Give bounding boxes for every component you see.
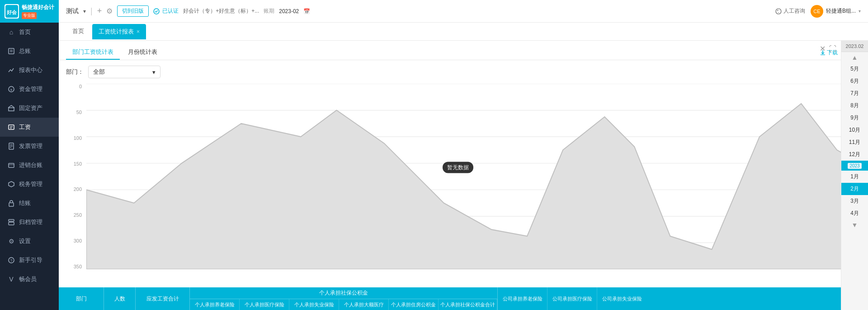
y-label-3: 200 [66,186,84,192]
date-month-7[interactable]: 7月 [841,87,868,100]
col-housing-fund: 个人承担住房公积金 [389,299,439,310]
y-label-6: 50 [66,110,84,115]
topbar-right: 人工咨询 CE 轻捷通B组... ▾ [775,5,861,18]
col-people: 人数 [104,287,136,310]
main-content: 测试 ▾ | + ⚙ 切到旧版 已认证 好会计（专）+好生意（标）+... 账期… [59,0,868,310]
tab-close-btn[interactable]: × [137,29,140,35]
chart-container: 350 300 250 200 150 100 50 0 [59,84,868,310]
sidebar-label-sales: 进销台账 [19,161,42,169]
col-pension: 个人承担养老保险 [190,299,240,310]
svg-text:好会: 好会 [6,10,17,15]
logo-icon: 好会 [5,4,19,19]
sub-tab-month[interactable]: 月份统计表 [122,45,164,60]
y-label-5: 100 [66,135,84,141]
svg-text:¥: ¥ [10,88,13,92]
tab-home[interactable]: 首页 [66,24,90,40]
guide-icon: ? [7,256,15,264]
y-label-1: 300 [66,238,84,243]
date-month-apr[interactable]: 4月 [841,207,868,219]
date-month-jan[interactable]: 1月 [841,171,868,183]
ledger-icon [7,47,15,55]
col-dept: 部门 [59,287,104,310]
member-icon: V [7,275,15,283]
sidebar-item-assets[interactable]: 固定资产 [0,99,59,118]
sidebar-label-home: 首页 [19,28,31,36]
date-month-feb[interactable]: 2月 [841,183,868,195]
support-btn[interactable]: 人工咨询 [775,7,805,15]
svg-rect-7 [9,108,14,111]
col-major-medical: 个人承担大额医疗 [339,299,389,310]
date-month-5[interactable]: 5月 [841,63,868,75]
user-name[interactable]: 轻捷通B组... [826,7,856,15]
col-company-pension: 公司承担养老保险 [498,287,547,310]
sidebar-item-invoice[interactable]: 发票管理 [0,137,59,156]
sidebar-item-guide[interactable]: ? 新手引导 [0,251,59,270]
dept-filter-select[interactable]: 全部 ▾ [88,66,160,78]
sidebar-label-guide: 新手引导 [19,256,42,264]
sales-icon [7,161,15,169]
date-month-12[interactable]: 12月 [841,148,868,161]
svg-text:?: ? [10,258,12,263]
sidebar-label-assets: 固定资产 [19,104,42,112]
period-value: 2023-02 [279,8,299,14]
svg-rect-19 [9,222,14,225]
report-icon [7,66,15,74]
sidebar-item-settings[interactable]: ⚙ 设置 [0,232,59,251]
sidebar-item-fund[interactable]: ¥ 资金管理 [0,80,59,99]
user-avatar: CE [811,5,823,18]
panel-close-btn[interactable]: ✕ [820,44,826,53]
panel-expand-btn[interactable]: ⛶ [829,45,836,53]
dept-filter-label: 部门： [66,68,84,76]
sidebar-label-member: 畅会员 [19,275,37,283]
app-edition: 专业版 [22,12,37,19]
tab-salary-label: 工资统计报表 [99,28,134,36]
date-nav-up[interactable]: ▲ [841,52,868,63]
settings-button[interactable]: ⚙ [106,7,113,15]
sidebar-label-tax: 税务管理 [19,180,42,188]
sidebar-item-closing[interactable]: 结账 [0,194,59,213]
y-label-2: 250 [66,212,84,218]
year-label: 2023 [848,163,861,169]
y-label-7: 0 [66,84,84,89]
svg-rect-2 [9,48,14,54]
add-button[interactable]: + [97,6,102,16]
sidebar-label-closing: 结账 [19,199,31,207]
project-dropdown[interactable]: ▾ [83,8,86,14]
filter-dropdown-icon: ▾ [152,69,156,76]
col-company-unemployment: 公司承担失业保险 [597,287,647,310]
table-header: 部门 人数 应发工资合计 个人承担社保公积金 个人承担养老保险 [59,287,868,310]
settings-icon: ⚙ [7,237,15,245]
sub-tab-dept[interactable]: 部门工资统计表 [66,45,120,60]
sidebar-label-fund: 资金管理 [19,85,42,93]
date-nav-down[interactable]: ▼ [841,219,868,230]
sidebar-item-tax[interactable]: 税务管理 [0,175,59,194]
tab-salary-report[interactable]: 工资统计报表 × [92,24,146,39]
calendar-icon[interactable]: 📅 [303,8,310,14]
chart-wrapper: 350 300 250 200 150 100 50 0 [66,84,861,287]
chart-svg-area: 暂无数据 [86,84,861,269]
sidebar: 好会 畅捷通好会计 专业版 ⌂ 首页 总账 报表中心 ¥ [0,0,59,310]
sidebar-item-archive[interactable]: 归档管理 [0,213,59,232]
sidebar-label-settings: 设置 [19,237,31,245]
sidebar-item-salary[interactable]: 工资 [0,118,59,137]
tab-bar: 首页 工资统计报表 × [59,23,868,41]
svg-rect-18 [9,219,14,221]
date-month-9[interactable]: 9月 [841,112,868,124]
date-month-11[interactable]: 11月 [841,136,868,148]
sidebar-item-report[interactable]: 报表中心 [0,61,59,80]
sidebar-item-home[interactable]: ⌂ 首页 [0,23,59,42]
date-month-10[interactable]: 10月 [841,124,868,136]
date-month-mar[interactable]: 3月 [841,195,868,207]
sidebar-item-ledger[interactable]: 总账 [0,42,59,61]
tags-label: 好会计（专）+好生意（标）+... [183,7,259,15]
project-title: 测试 [66,7,79,15]
date-month-6[interactable]: 6月 [841,75,868,87]
sidebar-item-sales[interactable]: 进销台账 [0,156,59,175]
switch-old-btn[interactable]: 切到旧版 [117,5,149,17]
home-icon: ⌂ [7,28,15,36]
user-dropdown-icon[interactable]: ▾ [859,9,861,14]
sidebar-item-member[interactable]: V 畅会员 [0,270,59,289]
sidebar-label-archive: 归档管理 [19,218,42,226]
date-month-8[interactable]: 8月 [841,100,868,112]
invoice-icon [7,142,15,150]
